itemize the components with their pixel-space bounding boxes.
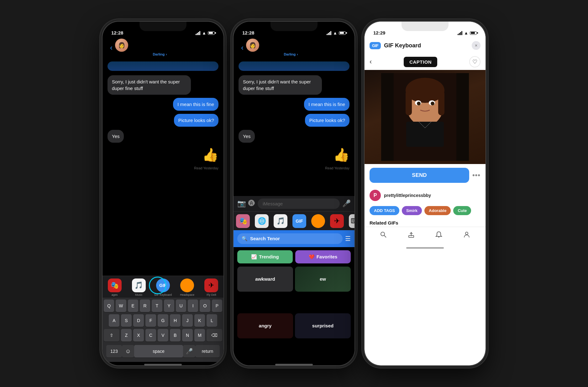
send-area: SEND ••• (365, 164, 486, 187)
tag-adorable[interactable]: Adorable (424, 206, 451, 215)
key-123[interactable]: 123 (106, 345, 122, 358)
key-h[interactable]: H (170, 314, 181, 327)
app-store-icon[interactable]: 🅐 (248, 199, 255, 208)
status-icons-1: ▲ (196, 30, 215, 35)
key-r[interactable]: R (140, 300, 150, 312)
caption-button[interactable]: CAPTION (404, 57, 437, 67)
key-x[interactable]: X (133, 329, 144, 342)
trending-button[interactable]: 📈 Trending (237, 250, 293, 263)
app-item-stickers[interactable]: 🎭 ages (102, 278, 127, 296)
back-button-1[interactable]: ‹ (108, 42, 115, 53)
delta2-icon: ✈ (330, 214, 344, 228)
key-a[interactable]: A (109, 314, 119, 327)
msg-outgoing-4: Picture looks ok? (305, 114, 349, 127)
app2-headspace[interactable] (309, 214, 328, 229)
share-bottom-icon[interactable] (407, 230, 416, 239)
app-item-headspace[interactable]: Headspace (175, 278, 199, 296)
key-shift[interactable]: ⇧ (104, 329, 119, 342)
contact-info-1: 👩 Darling › (115, 39, 205, 56)
status-icons-3: ▲ (458, 30, 477, 35)
key-e[interactable]: E (128, 300, 138, 312)
message-area-2: Sorry, I just didn't want the super dupe… (234, 59, 354, 196)
app2-gif[interactable]: GIF (290, 214, 309, 229)
headspace-icon (180, 278, 194, 292)
camera-icon[interactable]: 📷 (237, 199, 246, 208)
key-s[interactable]: S (121, 314, 132, 327)
app-item-music[interactable]: 🎵 Music (127, 278, 151, 296)
key-p[interactable]: P (212, 300, 222, 312)
key-n[interactable]: N (182, 329, 193, 342)
imessage-placeholder: iMessage (263, 201, 283, 206)
app2-stickers[interactable]: 🎭 (234, 214, 252, 229)
key-delete[interactable]: ⌫ (207, 329, 222, 342)
msg-incoming-3: Sorry, I just didn't want the super dupe… (239, 75, 322, 95)
msg-outgoing-1: I mean this is fine (173, 98, 218, 111)
key-emoji[interactable]: ☺ (122, 345, 134, 358)
key-m[interactable]: M (194, 329, 205, 342)
read-label-2: Read Yesterday (325, 166, 349, 170)
key-d[interactable]: D (133, 314, 144, 327)
key-o[interactable]: O (200, 300, 210, 312)
app2-globe[interactable]: 🌐 (252, 214, 271, 229)
notch-2 (270, 22, 318, 31)
add-tags-button[interactable]: ADD TAGS (370, 206, 399, 215)
tenor-search-input[interactable]: 🔍 Search Tenor (237, 233, 343, 244)
tag-cute[interactable]: Cute (453, 206, 471, 215)
key-b[interactable]: B (170, 329, 181, 342)
key-z[interactable]: Z (121, 329, 132, 342)
send-button[interactable]: SEND (370, 168, 469, 183)
home-bar-3 (406, 247, 444, 249)
gif-item-surprised[interactable]: surprised (295, 313, 351, 338)
close-button[interactable]: × (472, 41, 480, 50)
gif-categories: 📈 Trending ❤️ Favorites (234, 247, 354, 267)
favorites-button[interactable]: ❤️ Favorites (295, 250, 351, 263)
more-button[interactable]: ••• (472, 171, 480, 179)
gif-item-awkward[interactable]: awkward (237, 267, 293, 292)
tag-smirk[interactable]: Smirk (402, 206, 422, 215)
key-i[interactable]: I (188, 300, 198, 312)
back-button-2[interactable]: ‹ (239, 42, 246, 53)
fly-delta-icon: ✈ (204, 278, 218, 292)
heart-button[interactable]: ♡ (469, 56, 480, 67)
key-mic[interactable]: 🎤 (183, 345, 195, 358)
gif-item-ew[interactable]: ew (295, 267, 351, 292)
key-y[interactable]: Y (164, 300, 174, 312)
svg-line-13 (384, 236, 386, 238)
key-c[interactable]: C (145, 329, 156, 342)
read-label-1: Read Yesterday (194, 166, 218, 170)
app2-delta[interactable]: ✈ (328, 214, 346, 229)
app-row-2: 🎭 🌐 🎵 GIF ✈ ⌨ (234, 211, 354, 230)
app2-music[interactable]: 🎵 (271, 214, 290, 229)
gif-item-angry[interactable]: angry (237, 313, 293, 338)
key-v[interactable]: V (158, 329, 168, 342)
key-t[interactable]: T (152, 300, 162, 312)
search-bottom-icon[interactable] (379, 230, 388, 239)
music2-icon: 🎵 (274, 214, 287, 228)
app2-keyboard[interactable]: ⌨ (346, 214, 354, 229)
voice-icon[interactable]: 🎤 (342, 199, 351, 208)
key-j[interactable]: J (182, 314, 193, 327)
profile-bottom-icon[interactable] (462, 230, 471, 239)
thumb-emoji-1: 👍 (202, 146, 218, 164)
key-w[interactable]: W (116, 300, 126, 312)
key-return[interactable]: return (195, 345, 220, 358)
imessage-input[interactable]: iMessage (258, 199, 340, 209)
awkward-label: awkward (255, 276, 275, 282)
key-l[interactable]: L (207, 314, 217, 327)
app-item-flyDelta[interactable]: ✈ Fly Delt (199, 278, 223, 296)
key-q[interactable]: Q (104, 300, 114, 312)
key-space[interactable]: space (134, 345, 183, 358)
notifications-bottom-icon[interactable] (434, 230, 443, 239)
gif-back-button[interactable]: ‹ (370, 58, 372, 66)
signal-icon-2 (327, 31, 331, 35)
app-item-gif[interactable]: GIF GIF Keyboard (151, 278, 175, 296)
key-u[interactable]: U (176, 300, 186, 312)
favorites-icon: ❤️ (309, 254, 315, 260)
filter-icon[interactable]: ☰ (345, 235, 351, 242)
thumb-emoji-2: 👍 (333, 146, 349, 164)
key-k[interactable]: K (194, 314, 205, 327)
key-f[interactable]: F (145, 314, 156, 327)
key-g[interactable]: G (158, 314, 168, 327)
phone-1: 12:28 ▲ ‹ 👩 Darling › (102, 21, 224, 366)
status-icons-2: ▲ (327, 30, 346, 35)
